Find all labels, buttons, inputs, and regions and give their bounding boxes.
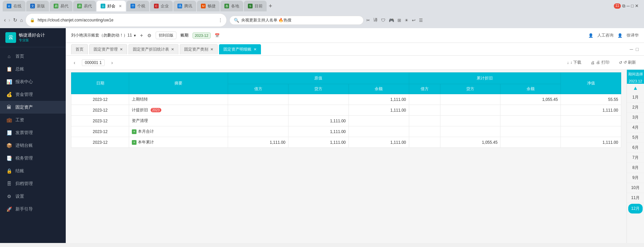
refresh-button[interactable]: ↺ ↺ 刷新 bbox=[616, 58, 639, 67]
sidebar-label-tax: 税务管理 bbox=[15, 155, 33, 161]
sidebar-item-inventory[interactable]: 📦 进销台账 bbox=[0, 139, 66, 152]
period-month-8[interactable]: 8月 bbox=[627, 163, 644, 173]
sidebar-item-fixed[interactable]: 🏛 固定资产 bbox=[0, 101, 66, 114]
nav-refresh[interactable]: ↻ bbox=[13, 17, 17, 23]
dropdown-icon[interactable]: ▾ bbox=[134, 33, 136, 38]
tab-label-1: 在线 bbox=[13, 3, 21, 9]
table-row: 2023-12 +本年累计 1,111.00 1,111.00 1,111.00… bbox=[71, 137, 621, 148]
browser-tab-4[interactable]: 易 易代 bbox=[73, 1, 96, 11]
row-summary-icon: + bbox=[132, 140, 137, 145]
user-name[interactable]: 徐译华 bbox=[627, 33, 639, 38]
tab-category[interactable]: 固定资产类别 ✕ bbox=[180, 44, 218, 54]
period-month-12[interactable]: 12月 bbox=[628, 204, 643, 213]
browser-tab-5[interactable]: 云 好会 ✕ bbox=[97, 1, 126, 11]
sidebar-item-report[interactable]: 📊 报表中心 bbox=[0, 75, 66, 88]
sidebar-label-report: 报表中心 bbox=[15, 79, 33, 85]
header-actions: 👤 人工咨询 👤 徐译华 bbox=[588, 33, 639, 38]
tab-detail[interactable]: 固定资产明细账 ✕ bbox=[219, 44, 261, 54]
tab-fixed-mgmt-close[interactable]: ✕ bbox=[120, 47, 123, 52]
browser-tab-9[interactable]: M 畅捷 bbox=[197, 1, 220, 11]
sidebar-item-ledger[interactable]: 📋 总账 bbox=[0, 63, 66, 75]
sidebar-label-close: 结账 bbox=[15, 168, 24, 174]
period-up-arrow[interactable]: ▲ bbox=[627, 84, 644, 92]
browser-tab-2[interactable]: 文 新版 bbox=[26, 1, 49, 11]
browser-tab-1[interactable]: e 在线 bbox=[3, 1, 25, 11]
shield-icon[interactable]: 🛡 bbox=[381, 18, 385, 23]
sun-icon[interactable]: ☀ bbox=[405, 18, 409, 23]
print-button[interactable]: 🖨 🖨 打印 bbox=[588, 58, 612, 67]
period-month-10[interactable]: 10月 bbox=[627, 183, 644, 193]
sidebar-item-payroll[interactable]: 💼 工资 bbox=[0, 114, 66, 126]
settings-button[interactable]: ⚙ bbox=[147, 33, 152, 38]
browser-tab-10[interactable]: 各 各地 bbox=[220, 1, 243, 11]
browser-tab-8[interactable]: 讯 腾讯 bbox=[173, 1, 196, 11]
switch-version-button[interactable]: 切到旧版 bbox=[156, 32, 176, 39]
period-month-5[interactable]: 5月 bbox=[627, 133, 644, 143]
sidebar-item-invoice[interactable]: 🧾 发票管理 bbox=[0, 126, 66, 139]
tab-home[interactable]: 首页 bbox=[71, 44, 88, 54]
nav-back[interactable]: ‹ bbox=[4, 17, 6, 23]
tab-maximize-icon[interactable]: □ bbox=[636, 47, 639, 52]
sidebar-item-fund[interactable]: 💰 资金管理 bbox=[0, 88, 66, 101]
page-number[interactable]: 000001 1 bbox=[82, 59, 105, 66]
sidebar-item-guide[interactable]: 🚀 新手引导 bbox=[0, 203, 66, 215]
browser-tab-6[interactable]: 个 个税 bbox=[126, 1, 149, 11]
period-month-7[interactable]: 7月 bbox=[627, 153, 644, 163]
download-button[interactable]: ↓ ↓ 下载 bbox=[564, 58, 584, 67]
period-month-9[interactable]: 9月 bbox=[627, 173, 644, 183]
period-month-2[interactable]: 2月 bbox=[627, 103, 644, 113]
new-tab-button[interactable]: + bbox=[269, 3, 272, 10]
window-controls: 11 ⧉ ─ □ ✕ bbox=[614, 3, 641, 9]
add-button[interactable]: + bbox=[140, 33, 143, 39]
calendar-icon[interactable]: 📅 bbox=[215, 33, 220, 38]
period-month-6[interactable]: 6月 bbox=[627, 143, 644, 153]
tab-favicon-2: 文 bbox=[30, 4, 35, 8]
period-month-4[interactable]: 4月 bbox=[627, 123, 644, 133]
tab-minimize-icon[interactable]: ─ bbox=[630, 47, 633, 52]
tab-category-close[interactable]: ✕ bbox=[210, 47, 213, 52]
nav-home[interactable]: ⌂ bbox=[20, 17, 23, 23]
next-page-button[interactable]: › bbox=[109, 59, 115, 66]
sidebar-label-archive: 归档管理 bbox=[15, 181, 33, 187]
nav-forward[interactable]: › bbox=[8, 17, 10, 23]
translate-icon[interactable]: 译 bbox=[373, 17, 378, 23]
search-text[interactable]: 央视更新主持人名单 🔥热搜 bbox=[241, 17, 291, 23]
sidebar-item-archive[interactable]: 🗄 归档管理 bbox=[0, 177, 66, 190]
period-month-3[interactable]: 3月 bbox=[627, 113, 644, 123]
table-area: 日期 摘要 原值 累计折旧 净值 借方 贷方 余额 借方 贷方 余额 bbox=[66, 70, 644, 243]
guide-icon: 🚀 bbox=[6, 206, 12, 212]
menu-icon[interactable]: ☰ bbox=[419, 18, 423, 23]
tab-fixed-mgmt[interactable]: 固定资产管理 ✕ bbox=[89, 44, 127, 54]
scissors-icon[interactable]: ✂ bbox=[366, 18, 370, 23]
prev-page-button[interactable]: ‹ bbox=[71, 59, 78, 66]
sidebar-item-close[interactable]: 🔒 结账 bbox=[0, 165, 66, 177]
url-display[interactable]: https://cloud.chanjet.com/accounting/uw1… bbox=[38, 18, 216, 22]
browser-tab-3[interactable]: 易 易代 bbox=[50, 1, 72, 11]
undo-icon[interactable]: ↩ bbox=[412, 18, 416, 23]
row-orig-balance: 1,111.00 bbox=[348, 94, 409, 105]
fund-icon: 💰 bbox=[6, 91, 12, 98]
game-icon[interactable]: 🎮 bbox=[389, 18, 394, 23]
period-month-1[interactable]: 1月 bbox=[627, 92, 644, 103]
window-minimize-icon[interactable]: ─ bbox=[627, 3, 630, 9]
browser-tab-11[interactable]: S 目前 bbox=[244, 1, 267, 11]
row-accum-debit bbox=[409, 94, 440, 105]
window-close-icon[interactable]: ✕ bbox=[635, 3, 639, 9]
tab-favicon-1: e bbox=[7, 4, 11, 8]
window-maximize-icon[interactable]: □ bbox=[631, 3, 634, 9]
sidebar-item-home[interactable]: ⌂ 首页 bbox=[0, 50, 66, 63]
window-restore-icon[interactable]: ⧉ bbox=[622, 3, 625, 9]
toolbar-right: ↓ ↓ 下载 🖨 🖨 打印 ↺ ↺ 刷新 bbox=[564, 58, 639, 67]
tab-close-5[interactable]: ✕ bbox=[119, 4, 122, 8]
more-options-icon[interactable]: ⋮ bbox=[218, 18, 222, 22]
tab-detail-close[interactable]: ✕ bbox=[254, 47, 257, 52]
browser-tab-7[interactable]: C 企业 bbox=[150, 1, 173, 11]
tab-depreciation[interactable]: 固定资产折旧统计表 ✕ bbox=[128, 44, 178, 54]
ssl-icon: 🔒 bbox=[30, 18, 35, 22]
sidebar-item-tax[interactable]: 📑 税务管理 bbox=[0, 152, 66, 165]
period-month-11[interactable]: 11月 bbox=[627, 193, 644, 203]
help-label[interactable]: 人工咨询 bbox=[597, 33, 613, 38]
sidebar-item-settings[interactable]: ⚙ 设置 bbox=[0, 190, 66, 203]
tab-depreciation-close[interactable]: ✕ bbox=[171, 47, 174, 52]
grid-icon[interactable]: ⊞ bbox=[397, 18, 401, 23]
